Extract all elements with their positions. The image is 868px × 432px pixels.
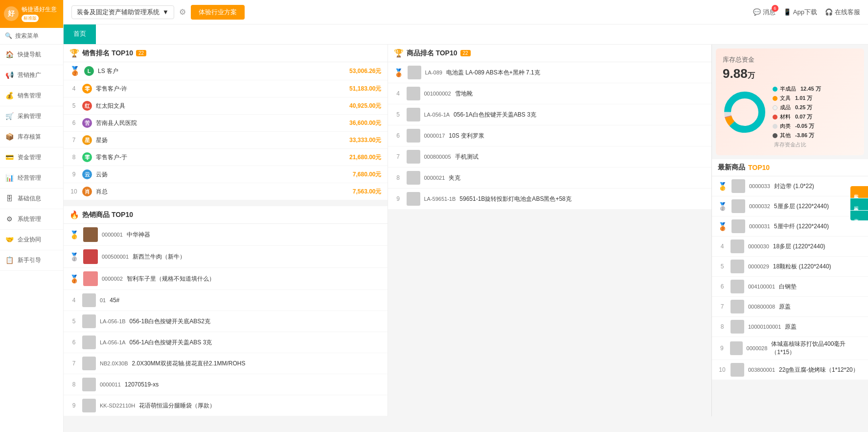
customer-name: 云扬	[96, 170, 349, 179]
customer-name: 红太阳文具	[96, 102, 345, 110]
latest-row-1: 🥇 0000033 封边带 (1.0*22)	[712, 176, 868, 196]
legend-value-6: -3.86 万	[795, 132, 814, 139]
product-rank-img-6	[407, 129, 420, 143]
customer-row-3: 🥉 L LS 客户 53,006.26元	[64, 62, 388, 80]
enterprise-icon: 🤝	[5, 236, 14, 243]
latest-row-9: 9 0000028 体城嘉核味苏打饮品400毫升（1*15）	[712, 337, 868, 360]
legend-item-6: 其他 -3.86 万	[773, 132, 821, 139]
inventory-value: 9.88	[723, 66, 748, 81]
sidebar-item-sales[interactable]: 💰 销售管理	[0, 86, 63, 106]
rank-num: 5	[718, 263, 727, 270]
product-image-8	[82, 378, 96, 391]
rank-num: 8	[718, 323, 727, 330]
lp-code: 0000032	[749, 203, 770, 209]
customer-row-4: 4 零 零售客户-许 51,183.00元	[64, 80, 388, 97]
sidebar-item-management[interactable]: 📊 经营管理	[0, 168, 63, 189]
app-version: 标准版	[22, 15, 39, 22]
sidebar-item-basic[interactable]: 🗄 基础信息	[0, 189, 63, 209]
cs-hotline-btn[interactable]: 客服热线	[850, 186, 868, 198]
nav-label: 销售管理	[18, 92, 41, 100]
latest-products-title: 最新商品	[718, 163, 745, 172]
legend-value-5: -0.05 万	[795, 122, 814, 130]
customer-amount: 33,333.00元	[349, 136, 381, 144]
marketing-icon: 📢	[5, 71, 14, 79]
app-download-button[interactable]: 📱 App下载	[783, 8, 817, 17]
try-button[interactable]: 体验行业方案	[191, 5, 245, 20]
customer-avatar-3: L	[84, 66, 94, 76]
rank-num: 10	[718, 366, 727, 373]
product-code: LA-056-1A	[100, 339, 126, 345]
silver-medal-icon: 🥈	[69, 252, 79, 262]
system-selector[interactable]: 装备及固定资产辅助管理系统 ▼	[71, 5, 174, 19]
sidebar-item-inventory[interactable]: 📦 库存核算	[0, 127, 63, 147]
inventory-unit: 万	[748, 71, 755, 79]
customer-rank-title: 销售排名 TOP10	[82, 49, 133, 58]
customer-amount: 7,563.00元	[353, 188, 382, 196]
legend-value-3: 0.25 万	[795, 104, 812, 111]
chart-label: 库存资金占比	[723, 141, 857, 148]
rank-num: 4	[69, 297, 78, 304]
sidebar-item-enterprise[interactable]: 🤝 企业协同	[0, 230, 63, 250]
customer-row-6: 6 苦 苦南县人民医院 36,600.00元	[64, 115, 388, 132]
rank-num: 9	[69, 171, 78, 178]
notification-button[interactable]: 💬 消息 6	[753, 8, 776, 17]
product-rank-name: 59651-1B旋转投影灯电池盒ABS黑色+58克	[459, 195, 571, 203]
lp-img-1	[731, 179, 745, 193]
customer-amount: 53,006.26元	[349, 67, 381, 75]
product-rank-code: 0000017	[424, 133, 445, 139]
customer-service-button[interactable]: 🎧 在线客服	[825, 8, 860, 17]
tab-home[interactable]: 首页	[64, 24, 96, 44]
legend-item-5: 肉类 -0.05 万	[773, 122, 821, 130]
sidebar-item-marketing[interactable]: 📢 营销推广	[0, 65, 63, 86]
customer-amount: 7,680.00元	[353, 170, 382, 179]
rank-num: 6	[394, 132, 403, 139]
nav-label: 资金管理	[18, 153, 41, 162]
legend-value-4: 0.07 万	[795, 113, 812, 120]
lp-img-9	[730, 341, 743, 355]
product-rank-title: 商品排名 TOP10	[407, 49, 457, 58]
inventory-card: 库存总资金 9.88万	[716, 48, 864, 155]
inventory-amount: 9.88万	[723, 66, 857, 81]
hot-products-list: 🥇 0000001 中华神器 🥈 000500001 新西兰牛肉（新牛） 🥉	[64, 224, 388, 416]
inventory-title: 库存总资金	[723, 55, 857, 64]
rank-num: 6	[718, 283, 727, 290]
nav-label: 库存核算	[18, 133, 41, 141]
lp-img-8	[731, 320, 744, 334]
rank-num: 5	[69, 102, 78, 109]
lp-img-4	[731, 240, 744, 253]
lp-name: 白钢垫	[779, 283, 797, 291]
sidebar-item-purchase[interactable]: 🛒 采购管理	[0, 106, 63, 127]
product-name: 花语萌恒温分腿睡袋（厚款）	[139, 402, 215, 410]
app-title: 畅捷通好生意	[22, 6, 57, 14]
service-community-btn[interactable]: 服务社区	[850, 198, 868, 210]
product-rank-img-7	[407, 150, 420, 164]
sidebar-item-guide[interactable]: 📋 新手引导	[0, 250, 63, 271]
divider	[64, 200, 388, 206]
customer-amount: 21,680.00元	[349, 153, 381, 162]
live-btn[interactable]: 直播	[850, 211, 868, 220]
legend-dot-1	[773, 87, 777, 92]
purchase-icon: 🛒	[5, 112, 14, 120]
rank-num: 7	[69, 360, 78, 367]
product-name: 12070519-xs	[125, 381, 159, 388]
product-column: 🏆 商品排名 TOP10 22 🥉 LA-089 电池盖 LA-089 ABS本…	[388, 45, 712, 416]
sidebar-item-finance[interactable]: 💳 资金管理	[0, 147, 63, 168]
lp-code: 0000031	[749, 223, 770, 229]
gear-icon[interactable]: ⚙	[179, 7, 186, 17]
product-rank-name: 10S 变利罗浆	[449, 132, 484, 140]
legend-label-5: 肉类	[780, 122, 791, 130]
sidebar-item-home[interactable]: 🏠 快捷导航	[0, 45, 63, 65]
search-menu[interactable]: 🔍 搜索菜单	[0, 28, 63, 45]
guide-icon: 📋	[5, 256, 14, 264]
svg-point-1	[728, 95, 762, 129]
app-download-label: App下载	[793, 8, 817, 17]
legend-label-3: 成品	[780, 104, 791, 111]
page-wrapper: 首页 🏆 销售排名 TOP10 22 🥉 L LS 客户 53,006.	[64, 24, 868, 416]
legend: 半成品 12.45 万 文具 1.01 万 成品 0	[773, 85, 821, 139]
rank-num: 8	[69, 154, 78, 161]
silver-medal-lp: 🥈	[718, 202, 728, 211]
mobile-icon: 📱	[783, 8, 791, 16]
sidebar-item-system[interactable]: ⚙ 系统管理	[0, 209, 63, 230]
bell-icon: 💬	[753, 8, 761, 16]
customer-name: 零售客户-许	[96, 85, 345, 93]
